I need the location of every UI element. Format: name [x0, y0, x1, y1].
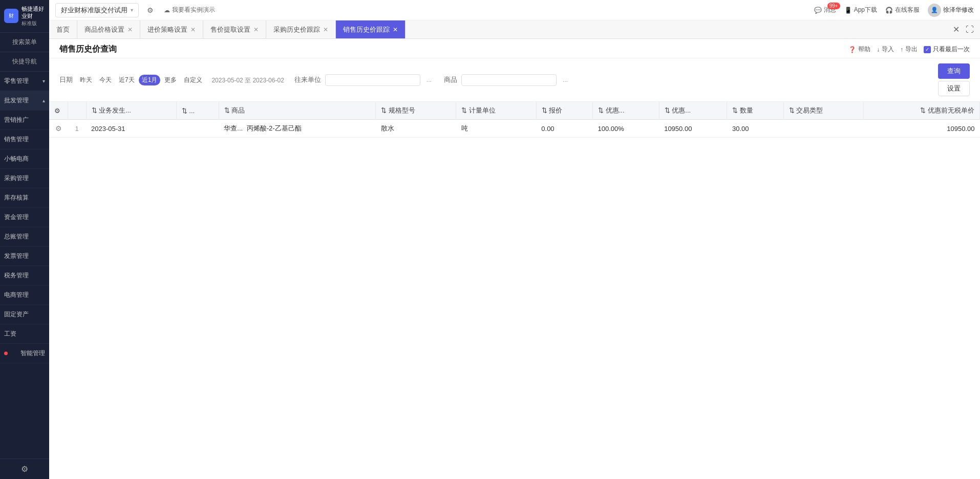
col-biz-date[interactable]: ⇅ 业务发生...	[86, 102, 176, 120]
sidebar-search[interactable]: 搜索菜单	[0, 33, 49, 52]
col-quoted-price[interactable]: ⇅ 报价	[536, 102, 592, 120]
sidebar-item-stock[interactable]: 库存核算	[0, 188, 49, 208]
online-service-label: 在线客服	[895, 6, 920, 14]
settings-button[interactable]: 设置	[938, 81, 970, 96]
col-discount-pct[interactable]: ⇅ 优惠...	[593, 102, 659, 120]
sidebar-item-retail[interactable]: 零售管理 ▾	[0, 72, 49, 91]
sidebar-item-salary[interactable]: 工资	[0, 324, 49, 344]
tab-product-price[interactable]: 商品价格设置 ✕	[77, 20, 140, 38]
row-gear[interactable]: ⚙	[49, 120, 68, 138]
col-unit[interactable]: ⇅ 计量单位	[456, 102, 537, 120]
from-unit-input[interactable]	[330, 76, 416, 84]
tab-home[interactable]: 首页	[49, 20, 77, 38]
sort-icon-8: ⇅	[665, 106, 670, 114]
tab-close-purchase-strategy[interactable]: ✕	[190, 26, 196, 33]
topbar-gear-icon[interactable]: ⚙	[143, 4, 158, 16]
sidebar-item-ecom[interactable]: 电商管理	[0, 286, 49, 305]
row-quantity: 30.00	[727, 120, 783, 138]
sort-icon-11: ⇅	[920, 106, 926, 114]
col-gear[interactable]: ⚙	[49, 102, 68, 120]
sidebar-item-purchase[interactable]: 采购管理	[0, 169, 49, 188]
date-btn-yesterday[interactable]: 昨天	[77, 75, 95, 85]
tab-sale-history[interactable]: 销售历史价跟踪 ✕	[336, 20, 406, 38]
maximize-tab-icon[interactable]: ⛶	[964, 24, 976, 35]
date-btn-last7[interactable]: 近7天	[116, 75, 138, 85]
message-icon: 💬	[814, 7, 822, 14]
page-header-actions: ❓ 帮助 ↓ 导入 ↑ 导出 ✓ 只看最后一次	[848, 45, 970, 54]
demo-label: 我要看实例演示	[172, 6, 215, 14]
tabs-controls: ✕ ⛶	[951, 24, 980, 35]
sort-icon-2: ⇅	[182, 107, 187, 115]
tab-close-sale-history[interactable]: ✕	[393, 26, 398, 33]
date-filter-group: 日期 昨天 今天 近7天 近1月 更多 自定义 2023-05-02 至 202…	[59, 75, 284, 85]
tab-sale-price[interactable]: 售价提取设置 ✕	[203, 20, 266, 38]
tab-close-sale-price[interactable]: ✕	[253, 26, 259, 33]
tab-purchase-history-label: 采购历史价跟踪	[273, 25, 320, 34]
sidebar-item-smart[interactable]: 智能管理	[0, 344, 49, 363]
app-download-button[interactable]: 📱 App下载	[844, 6, 877, 14]
date-btn-today[interactable]: 今天	[96, 75, 115, 85]
row-pretax-price: 10950.00	[864, 120, 980, 138]
help-icon: ❓	[848, 46, 856, 53]
sidebar-item-sales[interactable]: 销售管理	[0, 130, 49, 149]
row-biz-date: 2023-05-31	[86, 120, 176, 138]
date-btn-last1m[interactable]: 近1月	[139, 75, 161, 85]
help-button[interactable]: ❓ 帮助	[848, 45, 870, 54]
version-selector[interactable]: 好业财标准版交付试用 ▾	[55, 3, 139, 17]
only-last-checkbox[interactable]: ✓ 只看最后一次	[924, 45, 970, 54]
sidebar-item-ecommerce-small[interactable]: 小畅电商	[0, 149, 49, 169]
col-discount-price[interactable]: ⇅ 优惠...	[659, 102, 727, 120]
sidebar-quick-nav[interactable]: 快捷导航	[0, 52, 49, 72]
row-discount-pct: 100.00%	[593, 120, 659, 138]
sort-icon-5: ⇅	[461, 106, 467, 114]
sidebar-item-fixed-assets[interactable]: 固定资产	[0, 305, 49, 324]
sidebar: 财 畅捷通好业财 标准版 搜索菜单 快捷导航 零售管理 ▾ 批发管理 ▴ 营销推…	[0, 0, 49, 479]
col-more[interactable]: ⇅ ...	[176, 102, 219, 120]
row-unit: 吨	[456, 120, 537, 138]
col-product[interactable]: ⇅ 商品	[219, 102, 376, 120]
tab-purchase-strategy[interactable]: 进价策略设置 ✕	[140, 20, 203, 38]
close-tab-icon[interactable]: ✕	[951, 24, 962, 35]
date-btn-custom[interactable]: 自定义	[181, 75, 205, 85]
sort-icon-3: ⇅	[224, 106, 230, 114]
chevron-right-icon: ▾	[42, 78, 45, 84]
date-btn-more[interactable]: 更多	[161, 75, 180, 85]
only-last-label: 只看最后一次	[933, 45, 970, 54]
row-quoted-price: 0.00	[536, 120, 592, 138]
tab-close-product-price[interactable]: ✕	[127, 26, 133, 33]
settings-icon[interactable]: ⚙	[21, 464, 28, 474]
tab-sale-history-label: 销售历史价跟踪	[343, 25, 390, 34]
filter-row: 日期 昨天 今天 近7天 近1月 更多 自定义 2023-05-02 至 202…	[59, 63, 970, 96]
cloud-icon: ☁	[164, 7, 170, 14]
sidebar-item-tax[interactable]: 税务管理	[0, 266, 49, 286]
online-service-button[interactable]: 🎧 在线客服	[885, 6, 920, 14]
tab-purchase-history[interactable]: 采购历史价跟踪 ✕	[266, 20, 336, 38]
sidebar-item-invoice[interactable]: 发票管理	[0, 247, 49, 266]
col-pretax-price[interactable]: ⇅ 优惠前无税单价	[864, 102, 980, 120]
product-more[interactable]: ...	[561, 75, 570, 84]
message-button[interactable]: 💬 消息 99+	[814, 6, 836, 14]
import-button[interactable]: ↓ 导入	[877, 45, 894, 54]
table-row: ⚙ 1 2023-05-31 华查... 丙烯酸-2-乙基己酯 散水 吨 0.0…	[49, 120, 980, 138]
app-sub: 标准版	[22, 20, 45, 27]
dot-indicator	[4, 352, 8, 355]
user-profile[interactable]: 👤 徐泽华修改	[928, 4, 974, 17]
col-quantity[interactable]: ⇅ 数量	[727, 102, 783, 120]
checkbox-icon: ✓	[924, 46, 931, 53]
headset-icon: 🎧	[885, 7, 893, 14]
sidebar-item-marketing[interactable]: 营销推广	[0, 111, 49, 130]
sidebar-item-ledger[interactable]: 总账管理	[0, 227, 49, 247]
from-unit-more[interactable]: ...	[424, 75, 434, 84]
filter-action-buttons: 查询 设置	[938, 63, 970, 96]
product-input[interactable]	[466, 76, 552, 84]
sidebar-item-finance[interactable]: 资金管理	[0, 208, 49, 227]
col-transaction-type[interactable]: ⇅ 交易类型	[783, 102, 864, 120]
demo-link[interactable]: ☁ 我要看实例演示	[164, 6, 215, 14]
export-button[interactable]: ↑ 导出	[900, 45, 918, 54]
export-icon: ↑	[900, 46, 903, 53]
col-spec[interactable]: ⇅ 规格型号	[376, 102, 456, 120]
sidebar-item-wholesale[interactable]: 批发管理 ▴	[0, 91, 49, 111]
query-button[interactable]: 查询	[938, 63, 970, 79]
sidebar-logo: 财 畅捷通好业财 标准版	[0, 0, 49, 33]
tab-close-purchase-history[interactable]: ✕	[323, 26, 328, 33]
